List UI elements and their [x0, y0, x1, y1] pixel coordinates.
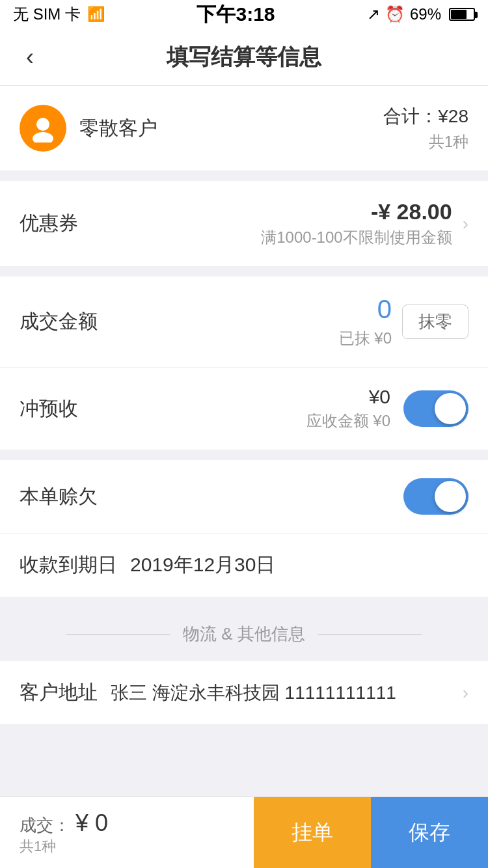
status-left: 无 SIM 卡 📶 [13, 4, 105, 25]
nav-bar: ‹ 填写结算等信息 [0, 29, 488, 86]
prepay-right: ¥0 应收金额 ¥0 [306, 386, 468, 431]
address-section[interactable]: 客户地址 张三 海淀永丰科技园 11111111111 › [0, 661, 488, 724]
total-count: 共1种 [383, 131, 468, 152]
footer-transaction-amount: ¥ 0 [75, 809, 108, 837]
customer-left: 零散客户 [20, 105, 157, 152]
customer-total: 合计：¥28 共1种 [383, 104, 468, 152]
total-amount-label: 合计：¥28 [383, 104, 468, 129]
avatar [20, 105, 66, 152]
prepay-sub: 应收金额 ¥0 [306, 411, 390, 431]
debt-section: 本单赊欠 收款到期日 2019年12月30日 [0, 460, 488, 597]
debt-toggle-thumb [435, 481, 466, 512]
battery-icon [449, 8, 475, 21]
amount-row: 成交金额 0 已抹 ¥0 抹零 [0, 277, 488, 368]
status-time: 下午3:18 [197, 1, 275, 28]
debt-toggle[interactable] [403, 478, 468, 515]
save-button[interactable]: 保存 [371, 797, 488, 868]
toggle-thumb [435, 393, 466, 424]
coupon-right: -¥ 28.00 满1000-100不限制使用金额 › [261, 199, 468, 248]
debt-row: 本单赊欠 [0, 460, 488, 533]
coupon-sub: 满1000-100不限制使用金额 [261, 227, 452, 248]
footer: 成交： ¥ 0 共1种 挂单 保存 [0, 796, 488, 868]
transaction-label: 成交金额 [20, 308, 98, 335]
transaction-amount[interactable]: 0 [339, 295, 392, 324]
content: 零散客户 合计：¥28 共1种 优惠券 -¥ 28.00 满1000-100不限… [0, 86, 488, 813]
alarm-icon: ⏰ [385, 5, 405, 23]
logistics-title: 物流 & 其他信息 [183, 623, 305, 645]
prepay-toggle[interactable] [403, 390, 468, 427]
logistics-header: 物流 & 其他信息 [0, 607, 488, 661]
page-title: 填写结算等信息 [167, 42, 321, 72]
coupon-section[interactable]: 优惠券 -¥ 28.00 满1000-100不限制使用金额 › [0, 181, 488, 266]
coupon-chevron: › [463, 213, 468, 234]
footer-count: 共1种 [20, 837, 234, 856]
transaction-sub: 已抹 ¥0 [339, 328, 392, 349]
coupon-row[interactable]: 优惠券 -¥ 28.00 满1000-100不限制使用金额 › [0, 181, 488, 266]
footer-transaction-label: 成交： [20, 814, 70, 837]
prepay-amount: ¥0 [306, 386, 390, 408]
due-date-row: 收款到期日 2019年12月30日 [0, 533, 488, 597]
coupon-label: 优惠券 [20, 210, 78, 237]
customer-section: 零散客户 合计：¥28 共1种 [0, 86, 488, 170]
debt-label: 本单赊欠 [20, 483, 98, 510]
address-value: 张三 海淀永丰科技园 11111111111 [111, 681, 463, 705]
address-row[interactable]: 客户地址 张三 海淀永丰科技园 11111111111 › [0, 661, 488, 724]
due-date-label: 收款到期日 [20, 552, 117, 578]
address-chevron: › [463, 683, 468, 703]
battery-percent: 69% [410, 5, 441, 23]
transaction-value-wrap: 0 已抹 ¥0 [339, 295, 392, 349]
address-label: 客户地址 [20, 679, 98, 706]
coupon-amount: -¥ 28.00 [261, 199, 452, 224]
due-date-value: 2019年12月30日 [130, 552, 275, 578]
customer-name: 零散客户 [79, 115, 157, 142]
prepay-row: 冲预收 ¥0 应收金额 ¥0 [0, 368, 488, 450]
status-right: ↗ ⏰ 69% [367, 5, 475, 23]
wifi-icon: 📶 [87, 6, 105, 23]
carrier-label: 无 SIM 卡 [13, 4, 81, 25]
footer-info: 成交： ¥ 0 共1种 [0, 797, 254, 868]
svg-point-1 [33, 132, 53, 142]
coupon-value: -¥ 28.00 满1000-100不限制使用金额 [261, 199, 452, 248]
transaction-right: 0 已抹 ¥0 抹零 [339, 295, 468, 349]
status-bar: 无 SIM 卡 📶 下午3:18 ↗ ⏰ 69% [0, 0, 488, 29]
location-icon: ↗ [367, 5, 380, 23]
pending-button[interactable]: 挂单 [254, 797, 371, 868]
prepay-label: 冲预收 [20, 396, 78, 422]
transaction-section: 成交金额 0 已抹 ¥0 抹零 冲预收 ¥0 应收金额 ¥0 [0, 277, 488, 450]
svg-point-0 [36, 118, 49, 131]
back-button[interactable]: ‹ [20, 37, 40, 77]
round-button[interactable]: 抹零 [402, 305, 468, 339]
prepay-value-wrap: ¥0 应收金额 ¥0 [306, 386, 390, 431]
